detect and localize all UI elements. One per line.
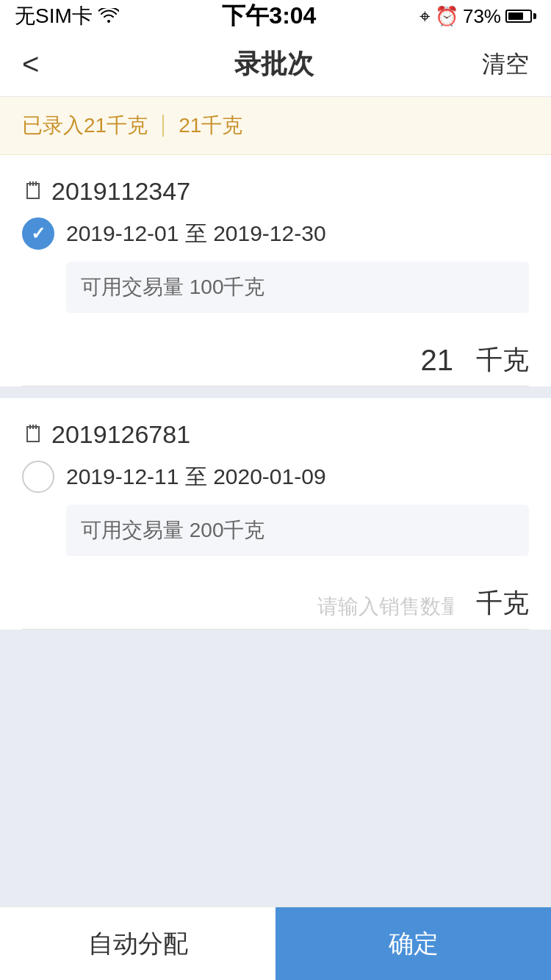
batch-2-date-row[interactable]: 2019-12-11 至 2020-01-09 [22,461,529,493]
total-label: 21千克 [179,112,242,140]
status-right: ⌖ ⏰ 73% [419,5,536,28]
battery-icon [505,10,536,23]
batch-2-icon: 🗒 [22,421,46,448]
batch-1-unit: 千克 [476,342,529,378]
carrier-text: 无SIM卡 [15,2,93,30]
batch-2-id-row: 🗒 2019126781 [22,420,529,449]
batch-2-radio[interactable] [22,461,54,493]
section-separator-1 [0,386,551,398]
batch-1-id: 2019112347 [51,177,190,206]
nav-bar: < 录批次 清空 [0,32,551,97]
batch-1-id-row: 🗒 2019112347 [22,177,529,206]
status-left: 无SIM卡 [15,2,119,30]
location-icon: ⌖ [419,5,431,28]
footer: 自动分配 确定 [0,907,551,980]
confirm-button[interactable]: 确定 [276,907,551,980]
batch-1-quantity-input[interactable] [317,344,464,377]
batch-2-available: 可用交易量 200千克 [66,505,529,556]
battery-percent: 73% [463,5,501,28]
auto-assign-button[interactable]: 自动分配 [0,907,276,980]
batch-1-available: 可用交易量 100千克 [66,262,529,313]
banner-divider [162,115,164,137]
batch-2-quantity-row: 千克 [0,571,551,629]
batch-icon: 🗒 [22,178,46,205]
bottom-space [0,630,551,923]
back-button[interactable]: < [22,48,66,81]
page-title: 录批次 [234,46,314,82]
clear-button[interactable]: 清空 [482,48,529,81]
batch-2-quantity-input[interactable] [317,587,464,620]
batch-2-date: 2019-12-11 至 2020-01-09 [66,462,326,492]
batch-2-card: 🗒 2019126781 2019-12-11 至 2020-01-09 可用交… [0,398,551,630]
batch-1-date-row[interactable]: 2019-12-01 至 2019-12-30 [22,217,529,250]
info-banner: 已录入21千克 21千克 [0,97,551,155]
recorded-label: 已录入21千克 [22,112,148,140]
batch-2-id: 2019126781 [51,420,190,449]
batch-1-card: 🗒 2019112347 2019-12-01 至 2019-12-30 可用交… [0,155,551,386]
batch-1-date: 2019-12-01 至 2019-12-30 [66,219,326,249]
batch-1-radio[interactable] [22,217,54,250]
alarm-icon: ⏰ [435,5,458,28]
batch-1-quantity-row: 千克 [0,328,551,386]
status-time: 下午3:04 [222,0,316,32]
status-bar: 无SIM卡 下午3:04 ⌖ ⏰ 73% [0,0,551,32]
batch-2-unit: 千克 [476,586,529,621]
wifi-icon [98,4,119,28]
